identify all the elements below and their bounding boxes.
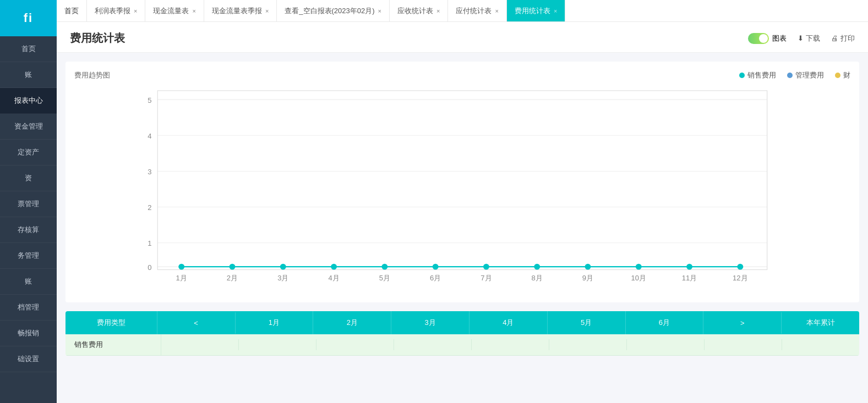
tab-close-cashflow[interactable]: × (192, 8, 195, 14)
print-button[interactable]: 🖨 打印 (831, 34, 855, 43)
svg-point-32 (534, 264, 540, 270)
svg-point-25 (178, 264, 184, 270)
legend-finance: 财 (835, 70, 850, 80)
svg-text:4月: 4月 (328, 274, 339, 282)
sidebar: fi 首页 账 报表中心 资金管理 定资产 资 票管理 存核算 务管理 账 档管… (0, 0, 57, 403)
tab-close-profit-quarterly[interactable]: × (134, 8, 137, 14)
svg-text:11月: 11月 (682, 274, 697, 282)
tab-close-expense-stats[interactable]: × (554, 8, 557, 14)
chart-toggle-label: 图表 (772, 34, 787, 43)
expense-table: 费用类型 < 1月 2月 3月 4月 5月 (65, 311, 859, 356)
page-header: 费用统计表 图表 ⬇ 下载 🖨 打印 (57, 22, 868, 53)
svg-point-26 (230, 264, 236, 270)
svg-point-29 (381, 264, 387, 270)
td-m1 (239, 339, 316, 350)
th-type: 费用类型 (65, 311, 157, 334)
th-month1: 1月 (236, 311, 314, 334)
sidebar-item-sub-account[interactable]: 账 (0, 269, 57, 295)
tab-close-cashflow-quarterly[interactable]: × (265, 8, 269, 14)
svg-text:5月: 5月 (379, 274, 390, 282)
tab-close-blank-report[interactable]: × (378, 8, 381, 14)
print-icon: 🖨 (831, 34, 838, 42)
table-row: 销售费用 (65, 334, 859, 356)
svg-point-35 (686, 264, 692, 270)
svg-text:9月: 9月 (582, 274, 593, 282)
sidebar-item-account[interactable]: 账 (0, 62, 57, 88)
legend-dot-admin (787, 73, 793, 78)
th-month6: 6月 (626, 311, 704, 334)
svg-text:12月: 12月 (733, 274, 747, 282)
svg-point-36 (737, 264, 743, 270)
main-area: 首页 利润表季报 × 现金流量表 × 现金流量表季报 × 查看_空白报表(202… (57, 0, 868, 403)
th-nav-prev[interactable]: < (157, 312, 236, 334)
svg-point-34 (636, 264, 642, 270)
svg-text:4: 4 (148, 132, 151, 140)
table-header: 费用类型 < 1月 2月 3月 4月 5月 (65, 311, 859, 334)
svg-text:3: 3 (148, 168, 151, 176)
next-arrow-icon[interactable]: > (740, 319, 745, 327)
td-m2 (316, 339, 394, 350)
sidebar-item-fixed-assets[interactable]: 定资产 (0, 140, 57, 165)
svg-text:2月: 2月 (227, 274, 238, 282)
sidebar-item-investment[interactable]: 资 (0, 165, 57, 191)
chart-toggle-wrap: 图表 (748, 33, 787, 44)
page-title: 费用统计表 (70, 31, 125, 46)
th-nav-next[interactable]: > (703, 312, 782, 334)
tab-payable[interactable]: 应付统计表 × (448, 0, 506, 21)
svg-text:1: 1 (148, 239, 151, 247)
td-spacer2 (705, 339, 782, 350)
table-body: 销售费用 (65, 334, 859, 356)
tab-receivable[interactable]: 应收统计表 × (390, 0, 448, 21)
sidebar-item-inventory[interactable]: 存核算 (0, 217, 57, 243)
download-button[interactable]: ⬇ 下载 (798, 34, 820, 43)
svg-text:0: 0 (148, 263, 151, 272)
tab-profit-quarterly[interactable]: 利润表季报 × (87, 0, 145, 21)
td-m5 (549, 339, 627, 350)
sidebar-item-fund-mgmt[interactable]: 资金管理 (0, 114, 57, 140)
svg-point-31 (483, 264, 489, 270)
chart-toggle[interactable] (748, 33, 769, 44)
svg-text:6月: 6月 (430, 274, 441, 282)
svg-text:3月: 3月 (277, 274, 288, 282)
svg-text:7月: 7月 (481, 274, 492, 282)
chart-legend: 销售费用 管理费用 财 (739, 70, 850, 80)
tab-close-receivable[interactable]: × (436, 8, 440, 14)
svg-text:5: 5 (148, 96, 151, 104)
legend-label-admin: 管理费用 (795, 70, 824, 80)
chart-title: 费用趋势图 (74, 70, 110, 80)
tab-cashflow[interactable]: 现金流量表 × (145, 0, 204, 21)
chart-svg: 5 4 3 2 1 0 1月 2月 (74, 85, 850, 294)
svg-text:2: 2 (148, 203, 151, 212)
prev-arrow-icon[interactable]: < (194, 319, 198, 327)
sidebar-item-report-center[interactable]: 报表中心 (0, 88, 57, 114)
tab-close-payable[interactable]: × (495, 8, 498, 14)
svg-point-28 (331, 264, 337, 270)
app-logo: fi (0, 0, 57, 36)
th-month3: 3月 (391, 311, 470, 334)
sidebar-item-service-mgmt[interactable]: 务管理 (0, 243, 57, 269)
tabs-bar: 首页 利润表季报 × 现金流量表 × 现金流量表季报 × 查看_空白报表(202… (57, 0, 868, 22)
chart-area: 费用趋势图 销售费用 管理费用 财 (65, 62, 859, 302)
svg-text:10月: 10月 (631, 274, 646, 282)
th-yearly: 本年累计 (782, 311, 859, 334)
sidebar-item-basic-settings[interactable]: 础设置 (0, 346, 57, 372)
td-m3 (394, 339, 472, 350)
header-actions: 图表 ⬇ 下载 🖨 打印 (748, 33, 855, 44)
tab-home[interactable]: 首页 (57, 0, 87, 21)
legend-admin: 管理费用 (787, 70, 824, 80)
sidebar-item-home[interactable]: 首页 (0, 36, 57, 62)
sidebar-item-expense-report[interactable]: 畅报销 (0, 321, 57, 346)
svg-text:1月: 1月 (176, 274, 187, 282)
th-month4: 4月 (470, 311, 548, 334)
svg-point-33 (585, 264, 591, 270)
chart-header: 费用趋势图 销售费用 管理费用 财 (74, 70, 850, 80)
tab-blank-report[interactable]: 查看_空白报表(2023年02月) × (277, 0, 390, 21)
tab-cashflow-quarterly[interactable]: 现金流量表季报 × (204, 0, 277, 21)
tab-expense-stats[interactable]: 费用统计表 × (507, 0, 565, 21)
td-m4 (472, 339, 549, 350)
sidebar-item-ticket-mgmt[interactable]: 票管理 (0, 191, 57, 217)
th-month2: 2月 (313, 311, 391, 334)
sidebar-item-archive-mgmt[interactable]: 档管理 (0, 295, 57, 321)
td-type: 销售费用 (65, 334, 161, 355)
td-yearly (782, 339, 859, 350)
